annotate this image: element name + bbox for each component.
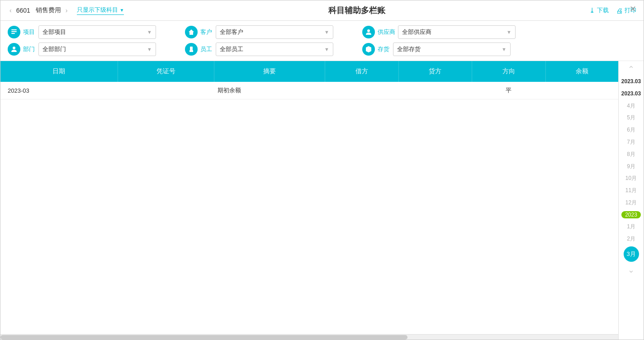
timeline-month-12[interactable]: 12月 (619, 197, 644, 209)
col-balance: 余额 (545, 61, 618, 82)
timeline-month-8[interactable]: 8月 (619, 148, 644, 161)
timeline-month-11[interactable]: 11月 (619, 184, 644, 197)
timeline-month-1[interactable]: 1月 (619, 221, 644, 233)
employee-select[interactable]: 全部员工 ▼ (216, 42, 333, 56)
timeline-month-6[interactable]: 6月 (619, 124, 644, 136)
supplier-icon (362, 26, 375, 38)
supplier-select[interactable]: 全部供应商 ▼ (398, 25, 516, 39)
project-icon (8, 26, 20, 38)
filter-row-1: 项目 全部项目 ▼ 客户 全部客户 ▼ (8, 25, 636, 39)
timeline-item-2023-03-top[interactable]: 2023.03 (619, 76, 644, 88)
svg-point-3 (367, 29, 370, 32)
department-select[interactable]: 全部部门 ▼ (38, 42, 156, 56)
col-voucher: 凭证号 (118, 61, 214, 82)
filter-item-customer: 客户 全部客户 ▼ (185, 25, 333, 39)
inventory-value: 全部存货 (397, 45, 421, 53)
cell-date: 2023-03 (0, 82, 118, 99)
cell-summary: 期初余额 (214, 82, 325, 99)
svg-rect-5 (190, 47, 193, 50)
col-direction: 方向 (472, 61, 546, 82)
table-row: 2023-03 期初余额 平 (0, 82, 618, 99)
main-window: ‹ 6601 销售费用 › 只显示下级科目 ▼ 科目辅助多栏账 ⤓ 下载 🖨 打… (0, 0, 644, 340)
timeline-month-9[interactable]: 9月 (619, 161, 644, 173)
cell-direction: 平 (472, 82, 546, 99)
timeline-item-2023-03-top2[interactable]: 2023.03 (619, 88, 644, 100)
main-content: 日期 凭证号 摘要 借方 贷方 方向 余额 2023-03 (0, 61, 644, 340)
col-credit: 贷方 (398, 61, 472, 82)
inventory-arrow-icon: ▼ (502, 47, 507, 52)
only-sub-label: 只显示下级科目 (77, 6, 118, 14)
next-account-button[interactable]: › (64, 6, 70, 15)
filter-item-department: 部门 全部部门 ▼ (8, 42, 156, 56)
supplier-label: 供应商 (378, 28, 395, 36)
timeline-down-arrow[interactable]: ⌄ (628, 264, 635, 276)
filter-item-employee: 员工 全部员工 ▼ (185, 42, 333, 56)
project-select[interactable]: 全部项目 ▼ (38, 25, 156, 39)
employee-value: 全部员工 (220, 45, 243, 53)
inventory-select[interactable]: 全部存货 ▼ (393, 42, 511, 56)
project-label: 项目 (23, 28, 36, 36)
close-button[interactable]: ✕ (630, 5, 636, 13)
filter-item-inventory: 存货 全部存货 ▼ (362, 42, 511, 56)
inventory-icon (362, 43, 375, 56)
cell-voucher (118, 82, 214, 99)
project-arrow-icon: ▼ (147, 29, 152, 35)
timeline-month-4[interactable]: 4月 (619, 100, 644, 112)
svg-rect-1 (11, 31, 17, 32)
timeline-month-5[interactable]: 5月 (619, 112, 644, 124)
supplier-value: 全部供应商 (402, 28, 431, 36)
chevron-down-icon: ▼ (120, 8, 124, 13)
print-icon: 🖨 (616, 7, 623, 14)
department-icon (8, 43, 20, 56)
timeline-month-10[interactable]: 10月 (619, 172, 644, 184)
timeline-year-badge: 2023 (621, 211, 641, 218)
cell-credit (398, 82, 472, 99)
download-label: 下载 (597, 6, 609, 14)
page-title: 科目辅助多栏账 (124, 5, 589, 16)
data-table: 日期 凭证号 摘要 借方 贷方 方向 余额 2023-03 (0, 61, 618, 99)
customer-icon (185, 26, 198, 38)
customer-value: 全部客户 (220, 28, 243, 36)
department-value: 全部部门 (43, 45, 66, 53)
account-code: 6601 (16, 7, 30, 14)
col-summary: 摘要 (214, 61, 325, 82)
account-name: 销售费用 (36, 6, 61, 14)
timeline-month-3-active[interactable]: 3月 (624, 246, 639, 262)
employee-label: 员工 (200, 45, 213, 53)
prev-account-button[interactable]: ‹ (8, 6, 14, 15)
svg-rect-2 (11, 33, 15, 34)
svg-rect-0 (11, 29, 17, 30)
department-arrow-icon: ▼ (147, 47, 152, 52)
scrollbar-thumb[interactable] (0, 335, 407, 340)
download-button[interactable]: ⤓ 下载 (589, 6, 609, 14)
employee-icon (185, 43, 198, 56)
only-sub-button[interactable]: 只显示下级科目 ▼ (77, 6, 124, 15)
cell-balance (545, 82, 618, 99)
horizontal-scrollbar[interactable] (0, 334, 618, 340)
filter-item-supplier: 供应商 全部供应商 ▼ (362, 25, 516, 39)
col-debit: 借方 (325, 61, 399, 82)
filter-item-project: 项目 全部项目 ▼ (8, 25, 156, 39)
filter-section: 项目 全部项目 ▼ 客户 全部客户 ▼ (0, 21, 644, 61)
header-bar: ‹ 6601 销售费用 › 只显示下级科目 ▼ 科目辅助多栏账 ⤓ 下载 🖨 打… (0, 0, 644, 21)
customer-select[interactable]: 全部客户 ▼ (216, 25, 333, 39)
department-label: 部门 (23, 45, 36, 53)
table-header-row: 日期 凭证号 摘要 借方 贷方 方向 余额 (0, 61, 618, 82)
timeline-panel: ⌃ 2023.03 2023.03 4月 5月 6月 7月 8月 9月 10月 … (618, 61, 644, 340)
svg-point-4 (13, 47, 15, 49)
supplier-arrow-icon: ▼ (507, 29, 511, 35)
timeline-month-2[interactable]: 2月 (619, 233, 644, 245)
customer-label: 客户 (200, 28, 213, 36)
table-area[interactable]: 日期 凭证号 摘要 借方 贷方 方向 余额 2023-03 (0, 61, 618, 334)
employee-arrow-icon: ▼ (324, 47, 329, 52)
download-icon: ⤓ (589, 6, 595, 14)
customer-arrow-icon: ▼ (324, 29, 329, 35)
project-value: 全部项目 (43, 28, 66, 36)
col-date: 日期 (0, 61, 118, 82)
cell-debit (325, 82, 399, 99)
timeline-up-arrow[interactable]: ⌃ (628, 63, 635, 76)
inventory-label: 存货 (378, 45, 390, 53)
timeline-month-7[interactable]: 7月 (619, 136, 644, 148)
filter-row-2: 部门 全部部门 ▼ 员工 全部员工 (8, 42, 636, 56)
